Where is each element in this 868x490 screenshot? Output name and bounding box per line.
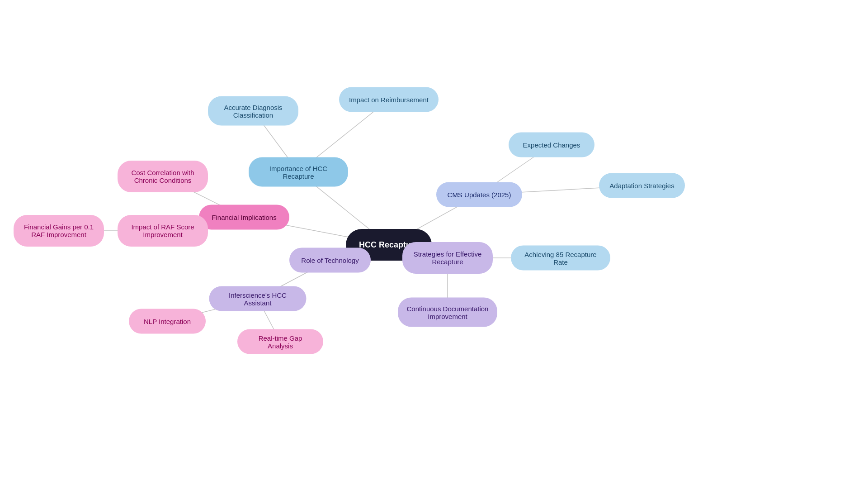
node-impact-reimbursement[interactable]: Impact on Reimbursement xyxy=(339,87,439,112)
node-expected-changes[interactable]: Expected Changes xyxy=(509,133,594,157)
mindmap-container: HCC RecaptureImportance of HCC Recapture… xyxy=(0,0,868,490)
node-cms-updates[interactable]: CMS Updates (2025) xyxy=(436,182,522,207)
node-realtime-gap[interactable]: Real-time Gap Analysis xyxy=(237,329,323,354)
node-adaptation-strategies[interactable]: Adaptation Strategies xyxy=(599,173,685,198)
node-inferscience[interactable]: Inferscience's HCC Assistant xyxy=(209,286,307,311)
node-accurate-diagnosis[interactable]: Accurate Diagnosis Classification xyxy=(208,96,298,126)
node-financial-implications[interactable]: Financial Implications xyxy=(199,205,289,230)
node-continuous-doc[interactable]: Continuous Documentation Improvement xyxy=(398,298,497,327)
node-financial-gains[interactable]: Financial Gains per 0.1 RAF Improvement xyxy=(14,215,104,247)
node-nlp-integration[interactable]: NLP Integration xyxy=(129,309,206,334)
node-cost-correlation[interactable]: Cost Correlation with Chronic Conditions xyxy=(118,161,208,192)
node-role-technology[interactable]: Role of Technology xyxy=(289,248,371,273)
node-impact-raf[interactable]: Impact of RAF Score Improvement xyxy=(118,215,208,247)
node-importance-hcc[interactable]: Importance of HCC Recapture xyxy=(249,157,348,187)
node-achieving-85[interactable]: Achieving 85 Recapture Rate xyxy=(511,246,610,271)
node-strategies-recapture[interactable]: Strategies for Effective Recapture xyxy=(402,242,493,274)
